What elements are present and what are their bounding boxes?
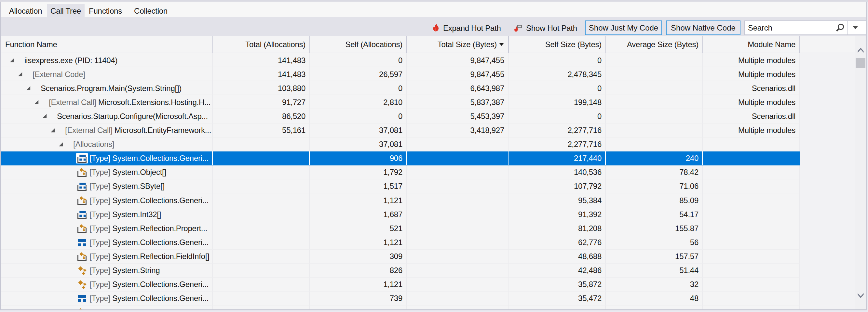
column-separator (309, 166, 310, 179)
tree-row[interactable]: [Type] System.Collections.Generi... 906 … (1, 151, 800, 166)
column-separator (605, 207, 606, 221)
show-native-code-button[interactable]: Show Native Code (666, 21, 741, 35)
function-name-text: [Type] (90, 294, 112, 303)
average-size-cell (606, 124, 703, 137)
expander-icon[interactable] (42, 113, 48, 119)
scroll-up-button[interactable] (855, 45, 866, 55)
column-header-function-name[interactable]: Function Name (1, 36, 212, 53)
column-separator (406, 95, 407, 109)
column-separator (799, 166, 800, 179)
column-separator (406, 179, 407, 193)
column-header-module-name[interactable]: Module Name (703, 36, 799, 53)
tree-row[interactable]: [Type] System.Collections.Generi... 1,12… (1, 194, 800, 207)
column-separator (702, 306, 703, 309)
module-name-cell (703, 194, 799, 207)
expander-icon[interactable] (9, 58, 15, 63)
function-name-text: [Type] (90, 280, 112, 289)
column-separator[interactable] (799, 36, 800, 53)
column-separator (212, 306, 213, 309)
show-hot-path-button[interactable]: Show Hot Path (514, 19, 577, 38)
column-separator (702, 151, 703, 165)
column-separator (702, 250, 703, 263)
column-separator (605, 53, 606, 67)
average-size-cell: 240 (606, 152, 703, 165)
self-size-cell: 217,440 (508, 152, 606, 165)
expander-icon[interactable] (34, 99, 39, 105)
tree-row[interactable]: [External Call] Microsoft.EntityFramewor… (1, 124, 800, 137)
column-separator (799, 250, 800, 263)
scrollbar-thumb[interactable] (856, 58, 865, 68)
column-header-total-allocations[interactable]: Total (Allocations) (212, 36, 309, 53)
tab-allocation[interactable]: Allocation (4, 4, 47, 17)
module-name-cell: Scenarios.dll (703, 109, 799, 123)
tab-functions[interactable]: Functions (85, 4, 126, 17)
expander-icon[interactable] (26, 85, 31, 91)
average-size-cell: 56 (606, 236, 703, 249)
function-name-text: System.Collections.Generi... (112, 294, 209, 303)
tree-row[interactable]: [Type] System.SByte[] 1,517 107,792 71.0… (1, 179, 800, 194)
average-size-cell: 48 (606, 292, 703, 305)
total-allocations-cell: 103,880 (212, 81, 309, 95)
grid-header: Function Name Total (Allocations) Self (… (1, 36, 855, 53)
class-glyph (77, 266, 87, 275)
tree-row[interactable]: iisexpress.exe (PID: 11404) 141,483 0 9,… (1, 53, 800, 67)
column-header-self-allocations[interactable]: Self (Allocations) (309, 36, 406, 53)
tree-row[interactable]: [Type] System.Collections.Generi... 1,12… (1, 235, 800, 249)
show-just-my-code-button[interactable]: Show Just My Code (585, 21, 662, 35)
column-separator (309, 95, 310, 109)
column-separator (309, 179, 310, 193)
column-separator (309, 207, 310, 221)
tree-row[interactable]: [Type] System.Object[] 1,792 140,536 78.… (1, 166, 800, 179)
column-separator[interactable] (606, 36, 606, 53)
tree-row[interactable]: [Type] System.Collections.Generi... (1, 306, 800, 309)
self-size-cell: 35,872 (508, 278, 606, 291)
tree-row[interactable]: [Allocations] 37,081 2,277,716 (1, 137, 800, 151)
expander-icon[interactable] (50, 128, 56, 133)
average-size-cell (606, 306, 703, 309)
total-allocations-cell: 141,483 (212, 68, 309, 81)
tree-row[interactable]: [External Call] Microsoft.Extensions.Hos… (1, 95, 800, 109)
function-name-text: [Type] (90, 266, 112, 275)
scroll-down-button[interactable] (855, 291, 866, 301)
tree-row[interactable]: Scenarios.Program.Main(System.String[]) … (1, 81, 800, 95)
column-separator (605, 137, 606, 151)
tab-collection[interactable]: Collection (126, 4, 175, 17)
tree-row[interactable]: [Type] System.Collections.Generi... 739 … (1, 291, 800, 306)
search-options-dropdown[interactable] (847, 21, 866, 34)
tree-row[interactable]: [Type] System.String 826 42,486 51.44 (1, 264, 800, 278)
total-size-cell (406, 152, 508, 165)
column-header-label: Total Size (Bytes) (438, 40, 497, 49)
total-allocations-cell (212, 306, 309, 309)
tree-row[interactable]: [Type] System.Collections.Generi... 1,12… (1, 278, 800, 291)
tab-call-tree[interactable]: Call Tree (47, 4, 85, 17)
tree-row[interactable]: [Type] System.Reflection.Propert... 521 … (1, 221, 800, 235)
tree-row[interactable]: [External Code] 141,483 26,597 9,847,455… (1, 67, 800, 81)
tree-row[interactable]: [Type] System.Int32[] 1,687 91,392 54.17 (1, 207, 800, 221)
column-separator[interactable] (703, 36, 703, 53)
expand-hot-path-label: Expand Hot Path (443, 24, 501, 33)
self-allocations-cell: 1,121 (309, 236, 406, 249)
self-size-cell: 81,208 (508, 222, 606, 235)
total-size-cell: 5,453,397 (406, 109, 508, 123)
column-separator[interactable] (508, 36, 509, 53)
column-header-label: Function Name (5, 40, 57, 49)
tree-row[interactable]: [Type] System.Reflection.FieldInfo[] 309… (1, 250, 800, 264)
column-separator[interactable] (406, 36, 407, 53)
vertical-scrollbar[interactable] (855, 36, 866, 309)
search-input[interactable] (745, 21, 835, 34)
class-boxed-glyph (77, 196, 87, 205)
hot-path-icon (514, 24, 522, 32)
column-header-average-size[interactable]: Average Size (Bytes) (606, 36, 703, 53)
column-header-self-size[interactable]: Self Size (Bytes) (508, 36, 606, 53)
column-header-total-size[interactable]: Total Size (Bytes) (406, 36, 508, 53)
struct-boxed-glyph (77, 210, 87, 219)
self-allocations-cell: 521 (309, 222, 406, 235)
column-separator[interactable] (212, 36, 213, 53)
column-separator[interactable] (309, 36, 310, 53)
tab-label: Allocation (9, 6, 42, 15)
expand-hot-path-button[interactable]: Expand Hot Path (433, 19, 501, 38)
expander-icon[interactable] (18, 71, 23, 77)
expander-icon[interactable] (58, 142, 64, 147)
tree-row[interactable]: Scenarios.Startup.Configure(Microsoft.As… (1, 109, 800, 123)
column-separator (702, 95, 703, 109)
